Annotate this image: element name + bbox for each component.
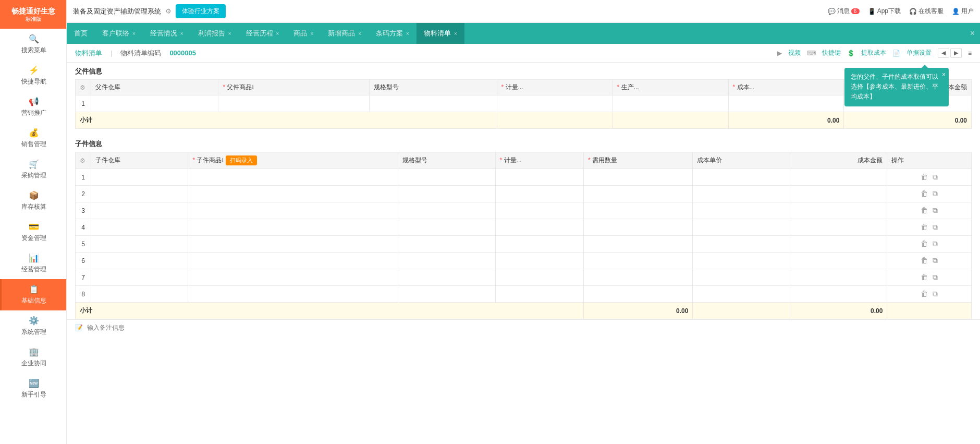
menu-icon[interactable]: ≡ — [968, 50, 972, 57]
tab-close-btn[interactable]: × — [132, 31, 136, 37]
child-unit-cost-8[interactable] — [693, 286, 790, 303]
child-warehouse-7[interactable] — [91, 269, 188, 286]
child-unit-3[interactable] — [495, 202, 583, 219]
child-warehouse-5[interactable] — [91, 236, 188, 253]
child-qty-1[interactable] — [583, 169, 692, 186]
tooltip-close-btn[interactable]: × — [942, 70, 946, 80]
tab-nav-close-btn[interactable]: × — [965, 29, 980, 38]
child-product-5[interactable] — [188, 236, 398, 253]
sidebar-item-ops[interactable]: 📊经营管理 — [0, 248, 66, 279]
copy-btn-7[interactable]: ⧉ — [931, 272, 939, 283]
child-product-2[interactable] — [188, 186, 398, 202]
delete-btn-3[interactable]: 🗑 — [919, 205, 929, 215]
child-warehouse-2[interactable] — [91, 186, 188, 202]
copy-btn-8[interactable]: ⧉ — [931, 289, 939, 299]
sidebar-item-guide[interactable]: 🆕新手引导 — [0, 373, 66, 404]
child-warehouse-8[interactable] — [91, 286, 188, 303]
copy-btn-3[interactable]: ⧉ — [931, 205, 939, 216]
child-warehouse-1[interactable] — [91, 169, 188, 186]
child-qty-3[interactable] — [583, 202, 692, 219]
tab-条码方案[interactable]: 条码方案× — [369, 23, 416, 44]
child-qty-4[interactable] — [583, 219, 692, 236]
child-unit-cost-2[interactable] — [693, 186, 790, 202]
child-warehouse-4[interactable] — [91, 219, 188, 236]
sidebar-item-system[interactable]: ⚙️系统管理 — [0, 310, 66, 342]
child-spec-4[interactable] — [398, 219, 495, 236]
tab-close-btn[interactable]: × — [310, 31, 313, 37]
child-unit-cost-7[interactable] — [693, 269, 790, 286]
parent-product[interactable] — [218, 95, 370, 112]
child-unit-4[interactable] — [495, 219, 583, 236]
tab-close-btn[interactable]: × — [180, 31, 183, 37]
user-btn[interactable]: 👤 用户 — [952, 7, 974, 16]
tab-新增商品[interactable]: 新增商品× — [321, 23, 369, 44]
child-product-7[interactable] — [188, 269, 398, 286]
delete-btn-4[interactable]: 🗑 — [919, 222, 929, 232]
sidebar-item-quick-nav[interactable]: ⚡快捷导航 — [0, 60, 66, 91]
child-amount-6[interactable] — [790, 253, 887, 269]
child-unit-cost-4[interactable] — [693, 219, 790, 236]
cost-btn[interactable]: 提取成本 — [861, 49, 886, 57]
sidebar-item-finance[interactable]: 💳资金管理 — [0, 217, 66, 248]
parent-unit[interactable] — [497, 95, 612, 112]
child-amount-2[interactable] — [790, 186, 887, 202]
parent-spec[interactable] — [370, 95, 497, 112]
delete-btn-7[interactable]: 🗑 — [919, 272, 929, 282]
child-product-8[interactable] — [188, 286, 398, 303]
tab-客户联络[interactable]: 客户联络× — [95, 23, 143, 44]
sidebar-item-search[interactable]: 🔍搜索菜单 — [0, 29, 66, 60]
child-unit-5[interactable] — [495, 236, 583, 253]
child-amount-3[interactable] — [790, 202, 887, 219]
child-spec-8[interactable] — [398, 286, 495, 303]
sidebar-item-inventory[interactable]: 📦库存核算 — [0, 185, 66, 217]
copy-btn-5[interactable]: ⧉ — [931, 238, 939, 249]
nav-next-btn[interactable]: ▶ — [950, 48, 962, 58]
tab-首页[interactable]: 首页 — [67, 23, 95, 44]
child-unit-cost-6[interactable] — [693, 253, 790, 269]
online-service-btn[interactable]: 🎧 在线客服 — [909, 7, 944, 16]
delete-btn-2[interactable]: 🗑 — [919, 188, 929, 199]
child-unit-cost-3[interactable] — [693, 202, 790, 219]
child-unit-2[interactable] — [495, 186, 583, 202]
sidebar-item-basic[interactable]: 📋基础信息 — [0, 279, 66, 310]
child-spec-2[interactable] — [398, 186, 495, 202]
sidebar-item-sales[interactable]: 💰销售管理 — [0, 123, 66, 154]
child-qty-5[interactable] — [583, 236, 692, 253]
child-unit-8[interactable] — [495, 286, 583, 303]
child-amount-4[interactable] — [790, 219, 887, 236]
child-unit-cost-1[interactable] — [693, 169, 790, 186]
nav-prev-btn[interactable]: ◀ — [938, 48, 949, 58]
scan-input-btn[interactable]: 扫码录入 — [226, 155, 257, 165]
copy-btn-4[interactable]: ⧉ — [931, 222, 939, 233]
form-breadcrumb-tab[interactable]: 物料清单 — [75, 49, 102, 58]
child-col-settings[interactable]: ⚙ — [76, 152, 91, 169]
child-warehouse-6[interactable] — [91, 253, 188, 269]
child-spec-1[interactable] — [398, 169, 495, 186]
child-product-3[interactable] — [188, 202, 398, 219]
tab-商品[interactable]: 商品× — [286, 23, 321, 44]
child-qty-8[interactable] — [583, 286, 692, 303]
tab-经营历程[interactable]: 经营历程× — [239, 23, 287, 44]
child-amount-7[interactable] — [790, 269, 887, 286]
tab-利润报告[interactable]: 利润报告× — [191, 23, 239, 44]
parent-produce[interactable] — [612, 95, 728, 112]
tab-close-btn[interactable]: × — [358, 31, 361, 37]
trial-button[interactable]: 体验行业方案 — [176, 4, 226, 18]
child-product-4[interactable] — [188, 219, 398, 236]
child-unit-cost-5[interactable] — [693, 236, 790, 253]
tab-close-btn[interactable]: × — [276, 31, 279, 37]
delete-btn-1[interactable]: 🗑 — [919, 172, 929, 182]
delete-btn-6[interactable]: 🗑 — [919, 255, 929, 266]
copy-btn-6[interactable]: ⧉ — [931, 255, 939, 266]
parent-col-settings[interactable]: ⚙ — [76, 80, 91, 95]
shortcut-btn[interactable]: 快捷键 — [822, 49, 841, 57]
note-input[interactable] — [87, 324, 972, 331]
tab-经营情况[interactable]: 经营情况× — [143, 23, 191, 44]
tab-close-btn[interactable]: × — [454, 31, 457, 37]
child-spec-7[interactable] — [398, 269, 495, 286]
child-warehouse-3[interactable] — [91, 202, 188, 219]
child-amount-5[interactable] — [790, 236, 887, 253]
child-unit-6[interactable] — [495, 253, 583, 269]
delete-btn-5[interactable]: 🗑 — [919, 238, 929, 249]
tab-close-btn[interactable]: × — [228, 31, 231, 37]
